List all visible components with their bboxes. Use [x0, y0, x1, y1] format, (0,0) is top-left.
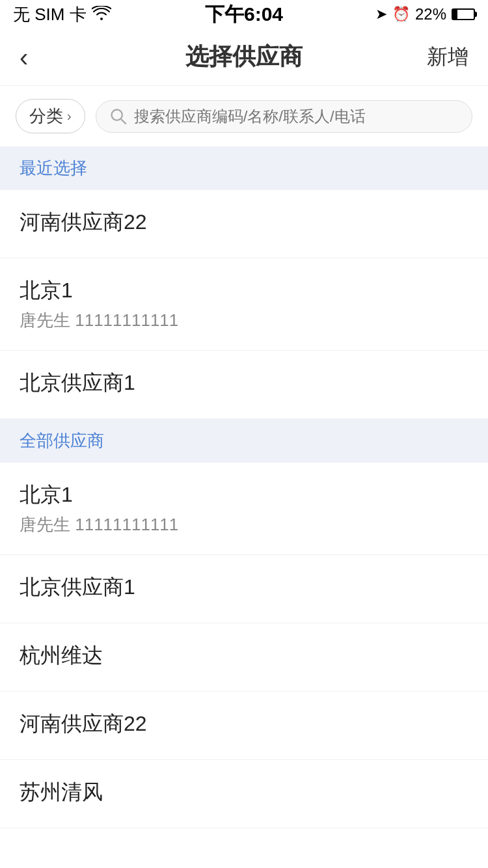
- category-label: 分类: [29, 105, 63, 128]
- item-name: 杭州维达: [20, 642, 468, 670]
- back-button[interactable]: ‹: [20, 44, 28, 70]
- status-bar: 无 SIM 卡 下午6:04 ➤ ⏰ 22%: [0, 0, 488, 29]
- search-icon: [109, 107, 128, 126]
- item-name: 河南供应商22: [20, 208, 468, 237]
- svg-point-0: [111, 109, 122, 120]
- list-item[interactable]: 北京供应商1: [0, 555, 488, 623]
- list-item[interactable]: 杭州维达: [0, 623, 488, 692]
- search-bar[interactable]: [96, 100, 472, 133]
- item-name: 苏州清风: [20, 778, 468, 807]
- all-list: 北京1唐先生 11111111111北京供应商1杭州维达河南供应商22苏州清风: [0, 463, 488, 828]
- battery-icon: [452, 8, 475, 20]
- list-item[interactable]: 北京1唐先生 11111111111: [0, 463, 488, 555]
- wifi-icon: [92, 5, 111, 25]
- all-section-label: 全部供应商: [20, 431, 104, 450]
- item-name: 北京1: [20, 277, 468, 305]
- item-sub: 唐先生 11111111111: [20, 513, 468, 536]
- item-name: 北京供应商1: [20, 369, 468, 398]
- item-sub: 唐先生 11111111111: [20, 309, 468, 332]
- recent-section-label: 最近选择: [20, 158, 87, 178]
- list-item[interactable]: 苏州清风: [0, 760, 488, 828]
- status-left: 无 SIM 卡: [13, 3, 111, 26]
- carrier-text: 无 SIM 卡: [13, 3, 87, 26]
- filter-bar: 分类 ›: [0, 86, 488, 146]
- all-section-header: 全部供应商: [0, 419, 488, 463]
- battery-text: 22%: [415, 5, 446, 23]
- status-right: ➤ ⏰ 22%: [375, 5, 475, 23]
- item-name: 河南供应商22: [20, 710, 468, 739]
- alarm-icon: ⏰: [392, 6, 410, 23]
- add-button[interactable]: 新增: [427, 43, 468, 72]
- item-name: 北京1: [20, 481, 468, 509]
- recent-list: 河南供应商22北京1唐先生 11111111111北京供应商1: [0, 190, 488, 419]
- item-name: 北京供应商1: [20, 573, 468, 602]
- location-icon: ➤: [375, 6, 387, 23]
- list-item[interactable]: 北京1唐先生 11111111111: [0, 258, 488, 351]
- page-title: 选择供应商: [185, 41, 303, 73]
- status-time: 下午6:04: [205, 1, 283, 28]
- recent-section-header: 最近选择: [0, 146, 488, 190]
- chevron-right-icon: ›: [67, 109, 72, 124]
- search-input[interactable]: [134, 107, 459, 126]
- svg-line-1: [121, 119, 126, 124]
- list-item[interactable]: 河南供应商22: [0, 190, 488, 258]
- list-item[interactable]: 北京供应商1: [0, 351, 488, 419]
- list-item[interactable]: 河南供应商22: [0, 692, 488, 760]
- category-filter[interactable]: 分类 ›: [16, 99, 85, 133]
- nav-bar: ‹ 选择供应商 新增: [0, 29, 488, 86]
